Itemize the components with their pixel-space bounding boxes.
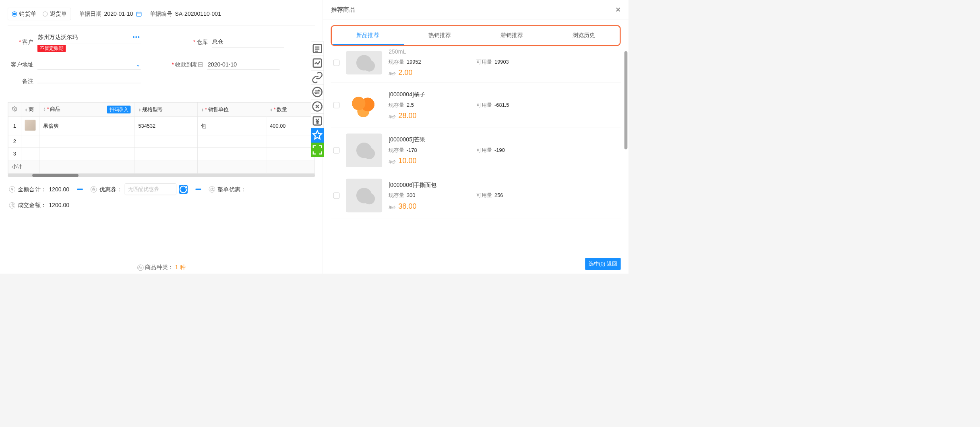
table-row[interactable]: 3	[8, 148, 314, 160]
product-title: [0000004]橘子	[389, 91, 618, 98]
subtotal-row: 小计	[8, 160, 314, 173]
tab-history[interactable]: 浏览历史	[548, 26, 620, 45]
side-chart-icon[interactable]	[311, 56, 324, 70]
cell-product[interactable]: 果倍爽	[39, 117, 134, 135]
doc-date-label: 单据日期	[79, 10, 101, 18]
product-checkbox[interactable]	[333, 193, 339, 199]
tab-slow[interactable]: 滞销推荐	[476, 26, 548, 45]
svg-point-4	[313, 87, 322, 97]
selected-return-button[interactable]: 选中(0) 返回	[585, 258, 621, 270]
due-date-input[interactable]: 2020-01-10	[207, 60, 280, 70]
product-checkbox[interactable]	[333, 147, 339, 153]
product-title: 250mL	[389, 49, 618, 56]
radio-return-label: 退货单	[50, 10, 67, 18]
customer-more-icon[interactable]: •••	[133, 34, 141, 41]
chevron-down-icon[interactable]: ⌄	[136, 61, 141, 68]
tab-new[interactable]: 新品推荐	[332, 26, 404, 45]
remark-input[interactable]	[37, 80, 141, 83]
yen-icon: ¥	[9, 186, 15, 192]
coupon-field: 券 优惠券： 无匹配优惠券	[91, 183, 188, 195]
col-img[interactable]: ▲▼商	[21, 102, 39, 116]
table-settings-header[interactable]	[8, 102, 21, 116]
product-title: [0000006]手撕面包	[389, 181, 618, 189]
product-checkbox[interactable]	[333, 102, 339, 108]
col-spec[interactable]: ▲▼规格型号	[134, 102, 197, 116]
doc-number-label: 单据编号	[150, 10, 172, 18]
calendar-icon[interactable]	[136, 11, 142, 17]
total-amount: ¥ 金额合计： 1200.00	[9, 185, 69, 193]
product-image	[346, 51, 382, 75]
kinds-icon: 品	[137, 265, 143, 271]
doc-number-value: SA-20200110-001	[175, 10, 221, 17]
radio-sales-label: 销货单	[19, 10, 36, 18]
side-star-icon[interactable]	[311, 128, 324, 143]
customer-value: 苏州万达沃尔玛	[38, 33, 78, 41]
warehouse-value: 总仓	[212, 38, 223, 46]
customer-badge: 不固定账期	[37, 45, 66, 52]
product-card[interactable]: [0000005]芒果 现存量-178 可用量-190 单价10.00	[331, 128, 621, 173]
recommend-tabs: 新品推荐 热销推荐 滞销推荐 浏览历史	[331, 25, 621, 46]
side-close-icon[interactable]	[311, 99, 324, 114]
footer-summary: 品 商品种类： 1 种	[0, 263, 323, 271]
col-qty[interactable]: ▲▼*数量	[266, 102, 314, 116]
product-image	[346, 88, 382, 122]
product-checkbox[interactable]	[333, 60, 339, 66]
warehouse-label: *仓库	[182, 38, 208, 46]
customer-input[interactable]: 苏州万达沃尔玛 •••	[37, 32, 141, 44]
doc-date-field[interactable]: 单据日期 2020-01-10	[79, 10, 142, 18]
due-date-label: *收款到期日	[172, 61, 203, 68]
scan-input-button[interactable]: 扫码录入	[107, 106, 131, 113]
doc-number-field: 单据编号 SA-20200110-001	[150, 10, 221, 18]
svg-rect-0	[136, 12, 141, 16]
line-items-table: ▲▼商 ▲▼*商品扫码录入 ▲▼规格型号 ▲▼*销售单位 ▲▼*数量 1 果倍爽…	[8, 102, 315, 174]
product-image	[346, 134, 382, 167]
panel-header: 推荐商品 ✕	[323, 0, 629, 20]
address-label: 客户地址	[8, 61, 33, 68]
due-date-value: 2020-01-10	[208, 61, 237, 68]
product-title: [0000005]芒果	[389, 136, 618, 143]
remark-label: 备注	[8, 77, 33, 85]
panel-title: 推荐商品	[331, 6, 356, 14]
order-type-radio-group: 销货单 退货单	[8, 8, 71, 20]
cell-spec[interactable]: 534532	[134, 117, 197, 135]
table-row[interactable]: 1 果倍爽 534532 包 400.00	[8, 117, 314, 135]
side-expand-icon[interactable]	[311, 143, 324, 157]
radio-sales-order[interactable]: 销货单	[12, 10, 36, 18]
coupon-icon: 券	[91, 186, 97, 192]
side-link-icon[interactable]	[311, 70, 324, 85]
deal-icon: 成	[9, 202, 15, 208]
product-card[interactable]: 250mL 现存量19952 可用量19903 单价2.00	[331, 49, 621, 83]
side-currency-icon[interactable]	[311, 114, 324, 128]
product-card[interactable]: [0000006]手撕面包 现存量300 可用量256 单价38.00	[331, 173, 621, 218]
tab-hot[interactable]: 热销推荐	[404, 26, 476, 45]
refresh-button[interactable]	[179, 185, 188, 194]
product-card[interactable]: [0000004]橘子 现存量2.5 可用量-681.5 单价28.00	[331, 83, 621, 128]
deal-amount: 成 成交金额： 1200.00	[9, 201, 69, 209]
warehouse-input[interactable]: 总仓	[212, 36, 284, 48]
col-product[interactable]: ▲▼*商品扫码录入	[39, 102, 134, 116]
cell-unit[interactable]: 包	[197, 117, 266, 135]
svg-point-1	[14, 108, 15, 110]
discount-icon: 优	[209, 186, 215, 192]
col-unit[interactable]: ▲▼*销售单位	[197, 102, 266, 116]
dash-icon	[77, 189, 83, 190]
radio-return-order[interactable]: 退货单	[43, 10, 67, 18]
dash-icon	[195, 189, 201, 190]
coupon-input[interactable]: 无匹配优惠券	[124, 183, 176, 195]
product-list[interactable]: 250mL 现存量19952 可用量19903 单价2.00 [0000004]…	[323, 49, 629, 254]
doc-date-value: 2020-01-10	[104, 10, 133, 17]
cell-qty[interactable]: 400.00	[266, 117, 314, 135]
close-icon[interactable]: ✕	[615, 6, 621, 14]
table-row[interactable]: 2	[8, 135, 314, 148]
side-toolbar	[311, 41, 324, 157]
horizontal-scrollbar[interactable]	[8, 174, 315, 177]
product-thumb	[25, 120, 36, 131]
vertical-scrollbar[interactable]	[624, 51, 628, 149]
bulk-discount: 优 整单优惠：	[209, 185, 246, 193]
side-swap-icon[interactable]	[311, 85, 324, 99]
address-input[interactable]: ⌄	[37, 60, 141, 70]
customer-label: *客户	[8, 38, 33, 46]
side-list-icon[interactable]	[311, 41, 324, 56]
product-image	[346, 179, 382, 212]
